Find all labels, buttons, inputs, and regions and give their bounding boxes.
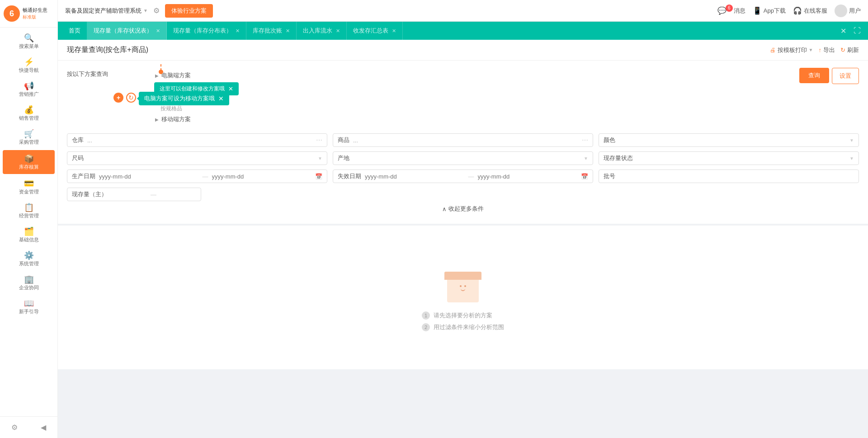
sidebar-item-quick[interactable]: ⚡ 快捷导航	[0, 53, 57, 77]
sidebar-collapse-btn[interactable]: ◀	[39, 421, 48, 433]
sidebar-item-inventory[interactable]: 📦 库存核算	[3, 150, 55, 174]
sidebar-item-basics[interactable]: 🗂️ 基础信息	[0, 223, 57, 247]
filter-row-2: 尺码 ▼ 产地 ▼ 现存量状态 ▼	[67, 151, 859, 165]
product-field[interactable]: 商品 ... ⋯	[333, 133, 593, 147]
sidebar-item-marketing[interactable]: 📢 营销推广	[0, 77, 57, 101]
template-print-btn[interactable]: 🖨 按模板打印 ▼	[770, 46, 813, 54]
tab-recv-summary[interactable]: 收发存汇总表 ✕	[347, 22, 403, 40]
finance-icon: 💳	[24, 179, 34, 188]
refresh-btn[interactable]: ↻ 刷新	[840, 46, 859, 54]
edit-tooltip-close[interactable]: ✕	[228, 85, 233, 92]
origin-dropdown-icon[interactable]: ▼	[584, 156, 588, 161]
sidebar-bottom: ⚙ ◀	[0, 416, 57, 438]
box-lid	[444, 272, 481, 280]
tab-inout-flow-close[interactable]: ✕	[336, 28, 340, 34]
system-name-dropdown[interactable]: 装备及固定资产辅助管理系统 ▼	[65, 7, 148, 15]
sidebar-label-purchase: 采购管理	[19, 140, 39, 145]
sidebar-label-basics: 基础信息	[19, 237, 39, 242]
expiry-date-input[interactable]	[365, 173, 465, 180]
production-date-input-end[interactable]	[212, 173, 312, 180]
product-more-icon[interactable]: ⋯	[582, 137, 588, 144]
color-dropdown-icon[interactable]: ▼	[849, 138, 854, 143]
tab-home-label: 首页	[69, 27, 80, 35]
scheme-tooltip-close[interactable]: ✕	[218, 95, 224, 102]
expiry-date-input-end[interactable]	[478, 173, 578, 180]
sidebar-item-search[interactable]: 🔍 搜索菜单	[0, 29, 57, 53]
phone-icon: 📱	[753, 6, 762, 15]
color-field[interactable]: 颜色 ▼	[599, 133, 859, 147]
sidebar-item-finance[interactable]: 💳 资金管理	[0, 175, 57, 199]
production-date-calendar-icon[interactable]: 📅	[315, 173, 322, 180]
sidebar-item-purchase[interactable]: 🛒 采购管理	[0, 125, 57, 149]
tab-inventory-status-close[interactable]: ✕	[156, 28, 160, 34]
sidebar-item-sales[interactable]: 💰 销售管理	[0, 101, 57, 125]
tab-inventory-status[interactable]: 现存量（库存状况表） ✕	[87, 22, 167, 40]
tab-batch-ledger[interactable]: 库存批次账 ✕	[246, 22, 297, 40]
tab-maximize-btn[interactable]: ⛶	[852, 25, 863, 37]
support-icon: 🎧	[793, 6, 802, 15]
scheme-mobile[interactable]: ▶ 移动端方案	[151, 113, 239, 125]
warehouse-more-icon[interactable]: ⋯	[316, 137, 322, 144]
main-content: 现存量查询(按仓库+商品) 🖨 按模板打印 ▼ ↑ 导出 ↻ 刷新	[58, 40, 868, 438]
user-menu[interactable]: 用户	[835, 5, 861, 17]
tab-batch-ledger-close[interactable]: ✕	[286, 28, 290, 34]
tab-recv-summary-close[interactable]: ✕	[392, 28, 396, 34]
sidebar-item-system[interactable]: ⚙️ 系统管理	[0, 247, 57, 271]
batch-field[interactable]: 批号	[599, 170, 859, 183]
scheme-expand-icon: ▶	[155, 73, 159, 78]
filter-controls-area: + ↻ 电脑方案可设为移动方案哦 ✕ ◀◀	[113, 68, 239, 127]
tab-bar: 首页 现存量（库存状况表） ✕ 现存量（库存分布表） ✕ 库存批次账 ✕ 出入库…	[58, 22, 868, 40]
stock-status-field[interactable]: 现存量状态 ▼	[599, 151, 859, 165]
tab-home[interactable]: 首页	[61, 22, 87, 40]
filter-row-3: 生产日期 — 📅 失效日期 — 📅 批号	[67, 170, 859, 183]
production-date-input[interactable]	[99, 173, 199, 180]
sidebar-item-operations[interactable]: 📋 经营管理	[0, 199, 57, 223]
sidebar-settings-btn[interactable]: ⚙	[9, 421, 19, 433]
reset-btn[interactable]: 设置	[832, 68, 859, 84]
tab-inventory-dist[interactable]: 现存量（库存分布表） ✕	[167, 22, 246, 40]
industry-btn[interactable]: 体验行业方案	[165, 4, 213, 18]
face-eye-right	[464, 285, 466, 287]
sidebar-item-enterprise[interactable]: 🏢 企业协同	[0, 271, 57, 295]
settings-icon[interactable]: ⚙	[153, 6, 160, 15]
tab-inout-flow[interactable]: 出入库流水 ✕	[297, 22, 347, 40]
stock-main-to-input[interactable]	[160, 191, 196, 198]
logo-text: 畅通好生意	[23, 7, 47, 14]
dropdown-arrow-icon: ▼	[809, 47, 813, 52]
refresh-scheme-btn[interactable]: ↻	[126, 93, 136, 103]
stock-main-field[interactable]: 现存量（主） —	[67, 188, 201, 201]
online-support-btn[interactable]: 🎧 在线客服	[793, 6, 827, 15]
enterprise-icon: 🏢	[24, 275, 34, 283]
expiry-date-field[interactable]: 失效日期 — 📅	[333, 170, 593, 183]
filter-section: 按以下方案查询 + ↻ 电脑方案可设为移动方案哦 ✕ ◀◀	[58, 61, 868, 224]
expiry-date-calendar-icon[interactable]: 📅	[581, 173, 588, 180]
app-download-btn[interactable]: 📱 App下载	[753, 6, 786, 15]
size-field[interactable]: 尺码 ▼	[67, 151, 327, 165]
batch-label: 批号	[604, 172, 615, 180]
tab-close-all-btn[interactable]: ✕	[839, 25, 848, 37]
origin-field[interactable]: 产地 ▼	[333, 151, 593, 165]
sidebar-item-guide[interactable]: 📖 新手引导	[0, 295, 57, 319]
tab-inventory-dist-close[interactable]: ✕	[236, 28, 240, 34]
search-btn[interactable]: 查询	[799, 68, 829, 83]
sidebar-label-enterprise: 企业协同	[19, 285, 39, 290]
warehouse-field[interactable]: 仓库 ... ⋯	[67, 133, 327, 147]
filter-rows: 仓库 ... ⋯ 商品 ... ⋯ 颜色 ▼	[67, 133, 859, 201]
sidebar-label-inventory: 库存核算	[19, 165, 39, 170]
size-dropdown-icon[interactable]: ▼	[318, 156, 322, 161]
scheme-mobile-label: 移动端方案	[161, 115, 191, 123]
export-btn[interactable]: ↑ 导出	[819, 46, 835, 54]
collapse-btn[interactable]: ∧ 收起更多条件	[67, 201, 859, 217]
empty-state: 1 请先选择要分析的方案 2 用过滤条件来缩小分析范围	[58, 226, 868, 369]
scheme-tooltip[interactable]: 电脑方案可设为移动方案哦 ✕	[139, 92, 229, 105]
stock-status-dropdown-icon[interactable]: ▼	[849, 156, 854, 161]
stock-main-from-input[interactable]	[111, 191, 147, 198]
box-face	[457, 285, 469, 294]
guide-icon: 📖	[24, 299, 34, 307]
batch-input[interactable]	[619, 173, 854, 180]
notification-btn[interactable]: 💬 6 6 消息	[717, 6, 745, 15]
add-scheme-btn[interactable]: +	[113, 93, 123, 103]
scheme-desktop[interactable]: ▶ 电脑端方案	[151, 70, 239, 81]
purchase-icon: 🛒	[24, 130, 34, 138]
production-date-field[interactable]: 生产日期 — 📅	[67, 170, 327, 183]
